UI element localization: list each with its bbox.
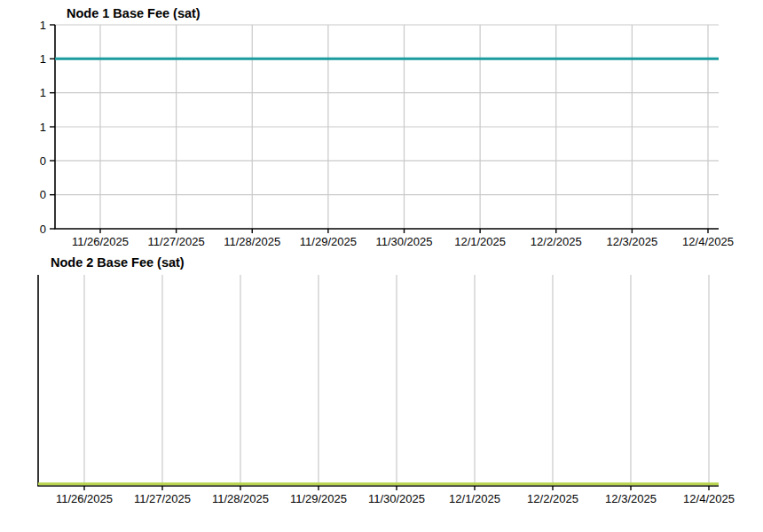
x-tick-label: 11/28/2025 [224, 235, 280, 248]
x-tick-label: 11/30/2025 [368, 492, 425, 505]
x-tick-label: 11/26/2025 [72, 235, 129, 248]
chart1-title: Node 1 Base Fee (sat) [67, 6, 201, 20]
chart2-title: Node 2 Base Fee (sat) [51, 255, 185, 270]
x-tick-label: 12/2/2025 [531, 235, 582, 248]
y-tick-label: 1 [40, 121, 46, 134]
x-tick-label: 12/2/2025 [527, 492, 578, 505]
x-tick-label: 11/29/2025 [290, 492, 347, 505]
x-tick-label: 11/27/2025 [148, 235, 205, 248]
x-tick-label: 12/4/2025 [683, 492, 735, 505]
y-tick-label: 1 [40, 19, 46, 32]
x-tick-label: 11/27/2025 [134, 492, 191, 505]
y-tick-label: 0 [40, 223, 46, 236]
x-tick-label: 11/30/2025 [375, 235, 432, 248]
x-tick-label: 12/1/2025 [454, 235, 506, 248]
x-tick-label: 11/29/2025 [300, 235, 357, 248]
x-tick-label: 11/26/2025 [56, 492, 113, 505]
x-tick-label: 12/4/2025 [682, 235, 734, 248]
charts-page: 111100011/26/202511/27/202511/28/202511/… [0, 0, 763, 532]
x-tick-label: 12/3/2025 [606, 235, 657, 248]
chart-1: 111100011/26/202511/27/202511/28/202511/… [40, 19, 734, 249]
y-tick-label: 1 [40, 86, 46, 99]
chart-2: 11/26/202511/27/202511/28/202511/29/2025… [37, 275, 735, 505]
x-tick-label: 11/28/2025 [212, 492, 269, 505]
y-tick-label: 0 [40, 154, 46, 168]
y-tick-label: 1 [40, 52, 46, 66]
x-tick-label: 12/3/2025 [605, 492, 657, 505]
x-tick-label: 12/1/2025 [449, 492, 500, 505]
y-tick-label: 0 [40, 188, 46, 201]
